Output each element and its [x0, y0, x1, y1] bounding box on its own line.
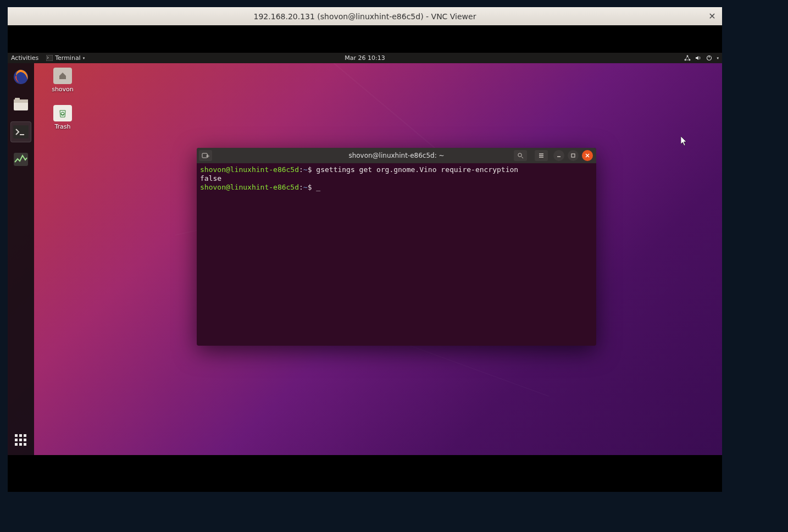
dock-show-apps[interactable]	[10, 430, 31, 451]
trash-icon	[53, 105, 72, 121]
remote-screen: Activities Terminal ▾ Mar 26 10:13	[8, 53, 722, 455]
gnome-dock	[8, 63, 34, 455]
search-icon	[517, 152, 524, 159]
chevron-down-icon: ▾	[83, 56, 85, 60]
prompt-sep: :	[299, 183, 303, 191]
prompt-user: shovon@linuxhint-e86c5d	[200, 165, 299, 174]
home-folder-icon	[53, 68, 72, 84]
terminal-right-controls	[512, 150, 596, 161]
topbar-system-menu[interactable]: ▾	[684, 55, 719, 61]
hamburger-icon	[538, 152, 545, 159]
new-tab-icon	[202, 152, 209, 159]
terminal-close-button[interactable]	[582, 150, 593, 161]
gnome-desktop[interactable]: shovon Trash	[8, 63, 722, 455]
vnc-titlebar[interactable]: 192.168.20.131 (shovon@linuxhint-e86c5d)…	[8, 7, 722, 25]
system-monitor-icon	[13, 151, 29, 168]
activities-button[interactable]: Activities	[11, 54, 38, 62]
terminal-new-tab-button[interactable]	[199, 150, 212, 161]
terminal-icon	[13, 124, 29, 140]
topbar-left-group: Activities Terminal ▾	[11, 54, 85, 62]
power-icon	[706, 55, 712, 61]
host-desktop-background: 192.168.20.131 (shovon@linuxhint-e86c5d)…	[0, 0, 788, 532]
terminal-menu-button[interactable]	[535, 150, 548, 161]
dock-firefox[interactable]	[10, 66, 31, 87]
minimize-icon	[556, 153, 562, 158]
topbar-app-menu[interactable]: Terminal ▾	[46, 54, 85, 62]
terminal-titlebar[interactable]: shovon@linuxhint-e86c5d: ~	[197, 148, 596, 163]
prompt-sep: :	[299, 165, 303, 174]
chevron-down-icon: ▾	[717, 56, 719, 60]
close-icon	[585, 153, 590, 158]
apps-grid-icon	[13, 432, 29, 448]
desktop-icon-home[interactable]: shovon	[46, 68, 79, 93]
desktop-icons-group: shovon Trash	[46, 68, 79, 130]
topbar-datetime[interactable]: Mar 26 10:13	[8, 54, 722, 62]
desktop-icon-trash[interactable]: Trash	[46, 105, 79, 130]
prompt-dollar: $	[308, 165, 312, 174]
volume-icon	[695, 55, 702, 61]
dock-terminal[interactable]	[10, 121, 31, 142]
wallpaper-decor	[323, 63, 450, 161]
svg-rect-10	[13, 125, 29, 138]
prompt-path: ~	[303, 165, 308, 174]
vnc-letterbox-top	[8, 25, 722, 53]
svg-rect-14	[202, 153, 207, 158]
terminal-cursor	[316, 183, 320, 191]
topbar-app-label: Terminal	[55, 54, 81, 62]
terminal-command: gsettings get org.gnome.Vino require-enc…	[316, 165, 518, 174]
desktop-icon-label: Trash	[54, 123, 70, 130]
dock-system-monitor[interactable]	[10, 149, 31, 170]
terminal-minimize-button[interactable]	[553, 150, 564, 161]
mouse-pointer-icon	[681, 136, 687, 146]
network-icon	[684, 55, 691, 61]
firefox-icon	[13, 69, 29, 85]
terminal-maximize-button[interactable]	[568, 150, 579, 161]
gnome-top-bar: Activities Terminal ▾ Mar 26 10:13	[8, 53, 722, 63]
files-icon	[13, 96, 29, 113]
maximize-icon	[570, 153, 576, 158]
svg-point-17	[518, 153, 521, 157]
terminal-icon	[46, 55, 53, 61]
vnc-viewer-window: 192.168.20.131 (shovon@linuxhint-e86c5d)…	[8, 7, 722, 492]
terminal-output: false	[200, 174, 221, 182]
vnc-letterbox-bottom	[8, 455, 722, 492]
svg-rect-23	[571, 154, 575, 157]
vnc-close-button[interactable]: ✕	[707, 10, 718, 21]
dock-files[interactable]	[10, 94, 31, 115]
close-icon: ✕	[708, 11, 715, 21]
svg-line-18	[521, 157, 523, 158]
terminal-search-button[interactable]	[514, 150, 527, 161]
prompt-user: shovon@linuxhint-e86c5d	[200, 183, 299, 191]
svg-rect-0	[46, 55, 53, 61]
svg-rect-9	[15, 98, 20, 101]
vnc-window-title: 192.168.20.131 (shovon@linuxhint-e86c5d)…	[254, 12, 476, 21]
prompt-path: ~	[303, 183, 308, 191]
prompt-dollar: $	[308, 183, 312, 191]
terminal-window[interactable]: shovon@linuxhint-e86c5d: ~	[197, 148, 596, 346]
desktop-icon-label: shovon	[52, 86, 74, 93]
terminal-body[interactable]: shovon@linuxhint-e86c5d:~$ gsettings get…	[197, 163, 596, 194]
